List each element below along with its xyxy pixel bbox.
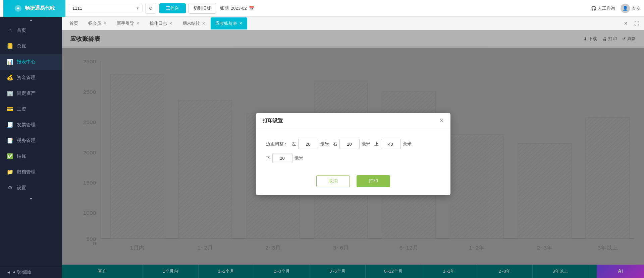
- sidebar-item-invoice[interactable]: 🧾 发票管理: [0, 117, 62, 133]
- scroll-down-button[interactable]: ▼: [0, 196, 62, 202]
- avatar: 👤: [621, 4, 630, 13]
- reports-icon: 📊: [7, 59, 13, 65]
- left-input[interactable]: [298, 139, 318, 149]
- right-input[interactable]: [339, 139, 360, 149]
- top-unit: 毫米: [403, 141, 412, 147]
- archive-icon: 📁: [7, 169, 13, 175]
- tab-aging-close[interactable]: ✕: [239, 21, 243, 26]
- company-name: 1111: [72, 6, 134, 11]
- support-button[interactable]: 🎧 人工咨询: [591, 5, 615, 11]
- collapse-label: ◄ 取消固定: [12, 270, 32, 275]
- right-unit: 毫米: [362, 141, 370, 147]
- settle-icon: ✅: [7, 153, 13, 159]
- margin-row: 边距调整： 左 毫米 右 毫米: [266, 139, 440, 163]
- ledger-icon: 📒: [7, 43, 13, 49]
- content-area: 首页 畅会员 ✕ 新手引导 ✕ 操作日志 ✕ 期末结转 ✕ 应收账龄表 ✕: [62, 17, 644, 278]
- sidebar-label-settle: 结账: [17, 153, 26, 159]
- tab-member-close[interactable]: ✕: [103, 21, 107, 26]
- collapse-icon: ◄: [7, 270, 11, 275]
- sidebar-item-reports[interactable]: 📊 报表中心: [0, 54, 62, 70]
- sidebar-item-settle[interactable]: ✅ 结账: [0, 148, 62, 164]
- period-label: 账期 2023-02 📅: [220, 5, 254, 11]
- margin-right-group: 右 毫米: [333, 139, 370, 149]
- sidebar-item-tax[interactable]: 📑 税务管理: [0, 133, 62, 148]
- print-confirm-button[interactable]: 打印: [357, 175, 390, 187]
- tab-closing-label: 期末结转: [182, 20, 200, 26]
- top-input[interactable]: [381, 139, 401, 149]
- tab-member-label: 畅会员: [88, 20, 101, 26]
- sidebar-label-home: 首页: [17, 27, 26, 33]
- bottom-input[interactable]: [272, 153, 292, 163]
- top-bar: 畅捷通易代账 1111 ▾ ⊙ 工作台 切到旧版 账期 2023-02 📅 🎧 …: [0, 0, 644, 17]
- period-value: 2023-02: [231, 6, 247, 11]
- sidebar-collapse-button[interactable]: ◄ ◄ 取消固定: [0, 266, 62, 278]
- tab-oplog-label: 操作日志: [150, 20, 167, 26]
- chevron-down-icon: ▾: [137, 6, 139, 11]
- sidebar-item-settings[interactable]: ⚙ 设置: [0, 180, 62, 196]
- logo: 畅捷通易代账: [3, 0, 65, 17]
- dialog-body: 边距调整： 左 毫米 右 毫米: [256, 129, 450, 170]
- tabs-bar: 首页 畅会员 ✕ 新手引导 ✕ 操作日志 ✕ 期末结转 ✕ 应收账龄表 ✕: [62, 17, 644, 30]
- payroll-icon: 💳: [7, 106, 13, 112]
- top-label: 上: [374, 141, 379, 147]
- tab-aging-label: 应收账龄表: [215, 20, 237, 26]
- sidebar-label-reports: 报表中心: [17, 59, 36, 65]
- company-selector[interactable]: 1111 ▾: [69, 4, 143, 12]
- dialog-title: 打印设置: [263, 118, 283, 124]
- page-content: 应收账龄表 ⬇ 下载 🖨 打印 ↺ 刷新: [62, 30, 644, 278]
- headset-icon: 🎧: [591, 6, 596, 11]
- tab-closing-close[interactable]: ✕: [202, 21, 205, 26]
- right-label: 右: [333, 141, 337, 147]
- tab-guide-close[interactable]: ✕: [136, 21, 140, 26]
- margin-label: 边距调整：: [266, 141, 288, 147]
- user-menu[interactable]: 👤 友友: [621, 4, 641, 13]
- sidebar-label-ledger: 总账: [17, 43, 26, 49]
- sidebar-label-funds: 资金管理: [17, 75, 36, 81]
- sidebar-item-archive[interactable]: 📁 归档管理: [0, 164, 62, 180]
- maximize-button[interactable]: ⛶: [632, 19, 641, 28]
- tab-guide[interactable]: 新手引导 ✕: [112, 17, 144, 29]
- sidebar-label-settings: 设置: [17, 185, 26, 191]
- tab-oplog-close[interactable]: ✕: [169, 21, 172, 26]
- tab-home-label: 首页: [69, 20, 78, 26]
- copy-button[interactable]: ⊙: [145, 3, 156, 14]
- tab-home[interactable]: 首页: [65, 17, 83, 29]
- left-unit: 毫米: [320, 141, 329, 147]
- funds-icon: 💰: [7, 74, 13, 81]
- cancel-button[interactable]: 取消: [316, 175, 350, 187]
- tab-actions: ✕ ⛶: [621, 19, 641, 28]
- tab-oplog[interactable]: 操作日志 ✕: [145, 17, 177, 29]
- margin-left-group: 左 毫米: [292, 139, 329, 149]
- sidebar-label-tax: 税务管理: [17, 138, 36, 144]
- close-all-button[interactable]: ✕: [621, 19, 631, 28]
- margin-top-group: 上 毫米: [374, 139, 412, 149]
- left-label: 左: [292, 141, 296, 147]
- sidebar-item-home[interactable]: ⌂ 首页: [0, 23, 62, 38]
- sidebar-label-invoice: 发票管理: [17, 122, 36, 128]
- top-right: 🎧 人工咨询 👤 友友: [591, 4, 641, 13]
- tab-guide-label: 新手引导: [117, 20, 134, 26]
- main-layout: ▲ ⌂ 首页 📒 总账 📊 报表中心 💰 资金管理 🏢 固定资产 💳 工资 🧾 …: [0, 17, 644, 278]
- modal-overlay: 打印设置 ✕ 边距调整： 左 毫米 右: [62, 30, 644, 278]
- invoice-icon: 🧾: [7, 122, 13, 128]
- assets-icon: 🏢: [7, 90, 13, 96]
- switch-version-button[interactable]: 切到旧版: [189, 3, 216, 14]
- sidebar-item-payroll[interactable]: 💳 工资: [0, 101, 62, 117]
- sidebar-item-assets[interactable]: 🏢 固定资产: [0, 85, 62, 101]
- tab-aging[interactable]: 应收账龄表 ✕: [211, 17, 247, 29]
- copy-icon: ⊙: [149, 6, 153, 11]
- dialog-close-button[interactable]: ✕: [439, 118, 444, 124]
- logo-icon: [14, 4, 22, 12]
- app-name: 畅捷通易代账: [25, 5, 55, 11]
- sidebar-item-ledger[interactable]: 📒 总账: [0, 38, 62, 54]
- dialog-footer: 取消 打印: [256, 170, 450, 195]
- sidebar-item-funds[interactable]: 💰 资金管理: [0, 70, 62, 85]
- workbench-button[interactable]: 工作台: [159, 3, 186, 13]
- sidebar: ▲ ⌂ 首页 📒 总账 📊 报表中心 💰 资金管理 🏢 固定资产 💳 工资 🧾 …: [0, 17, 62, 278]
- calendar-icon[interactable]: 📅: [249, 6, 254, 11]
- sidebar-label-assets: 固定资产: [17, 90, 36, 96]
- scroll-up-button[interactable]: ▲: [0, 17, 62, 23]
- tab-closing[interactable]: 期末结转 ✕: [178, 17, 210, 29]
- settings-icon: ⚙: [7, 185, 13, 191]
- tab-member[interactable]: 畅会员 ✕: [84, 17, 111, 29]
